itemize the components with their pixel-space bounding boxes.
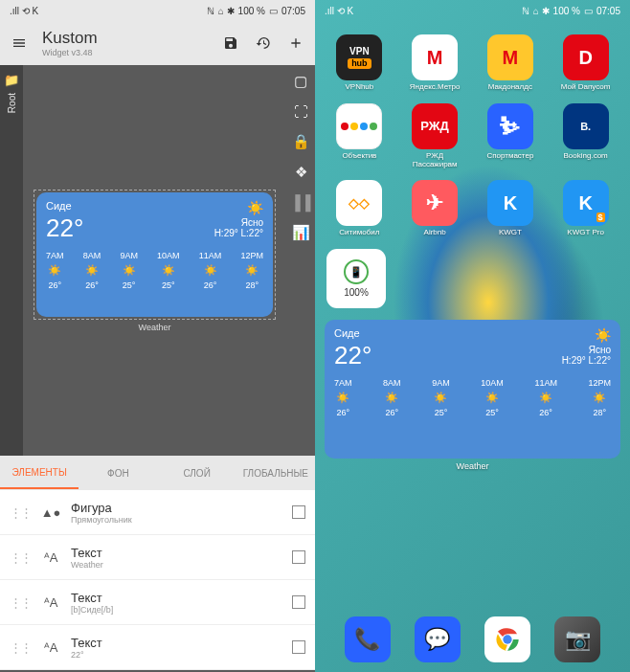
status-bar-home: .ıll ⟲ K ℕ ⌂ ✱ 100 % ▭ 07:05 [315, 0, 630, 21]
app-title: Kustom Widget v3.48 [42, 29, 208, 57]
hour-col: 11AM☀️26° [199, 251, 222, 290]
hour-col: 7AM☀️26° [46, 251, 64, 290]
checkbox[interactable] [292, 505, 305, 519]
dock: 📞💬📷 [315, 616, 630, 662]
tab-background[interactable]: ФОН [79, 459, 157, 488]
left-rail: 📁 Root [0, 65, 23, 456]
nfc-icon: ℕ [522, 6, 529, 16]
app-title-main: Kustom [42, 29, 208, 48]
pause-icon[interactable]: ▐▐ [290, 194, 310, 211]
element-type-icon: ᴬA [40, 640, 61, 655]
app-dany[interactable]: DМой Danycom [551, 34, 620, 92]
app-metro[interactable]: МЯндекс.Метро [400, 34, 470, 92]
weather-hours: 7AM☀️26°8AM☀️26°9AM☀️25°10AM☀️25°11AM☀️2… [334, 378, 611, 417]
hour-col: 9AM☀️25° [120, 251, 138, 290]
element-list: ⋮⋮ ▲● ФигураПрямоугольник ⋮⋮ ᴬA ТекстWea… [0, 490, 315, 670]
lock-icon[interactable]: 🔒 [292, 133, 310, 150]
add-icon[interactable] [286, 34, 305, 53]
app-sport[interactable]: ⛷Спортмастер [476, 103, 546, 169]
app-kwgtp[interactable]: K$KWGT Pro [551, 180, 620, 237]
dock-messages[interactable]: 💬 [415, 616, 461, 662]
canvas[interactable]: Сиде 22° ☀️ Ясно H:29° L:22° 7AM☀️26°8AM… [23, 65, 286, 456]
element-type-icon: ᴬA [40, 595, 61, 610]
dock-chrome[interactable] [484, 616, 530, 662]
tab-layer[interactable]: СЛОЙ [158, 459, 236, 488]
checkbox[interactable] [292, 550, 305, 564]
clock: 07:05 [281, 6, 305, 16]
weather-widget: Сиде 22° ☀️ Ясно H:29° L:22° 7AM☀️26°8AM… [36, 192, 273, 317]
drag-handle-icon[interactable]: ⋮⋮ [10, 640, 31, 655]
tabs: ЭЛЕМЕНТЫ ФОН СЛОЙ ГЛОБАЛЬНЫЕ [0, 456, 315, 490]
dock-camera[interactable]: 📷 [554, 616, 600, 662]
kustom-editor-screen: .ıll ⟲ K ℕ ⌂ ✱ 100 % ▭ 07:05 Kustom Widg… [0, 0, 315, 672]
home-screen: .ıll ⟲ K ℕ ⌂ ✱ 100 % ▭ 07:05 VPNhubVPNhu… [315, 0, 630, 672]
drag-handle-icon[interactable]: ⋮⋮ [10, 595, 31, 610]
app-rzd[interactable]: РЖДРЖД Пассажирам [400, 103, 470, 169]
square-icon[interactable]: ▢ [294, 73, 307, 90]
weather-hours: 7AM☀️26°8AM☀️26°9AM☀️25°10AM☀️25°11AM☀️2… [46, 251, 263, 290]
sun-icon: ☀️ [214, 200, 263, 215]
weather-location: Сиде [46, 200, 83, 212]
phone-icon: 📱 [344, 259, 369, 284]
history-icon[interactable] [254, 34, 273, 53]
layers-icon[interactable]: ❖ [295, 164, 307, 181]
status-right: ℕ ⌂ ✱ 100 % ▭ 07:05 [207, 6, 305, 16]
hour-col: 10AM☀️25° [157, 251, 180, 290]
chart-icon[interactable]: 📊 [292, 224, 310, 241]
app-siti[interactable]: ◇◇Ситимобил [325, 180, 394, 237]
app-obj[interactable]: Объектив [325, 103, 394, 169]
folder-icon[interactable]: 📁 [4, 73, 19, 87]
battery-widget[interactable]: 📱 100% [326, 249, 386, 308]
weather-condition: ☀️ Ясно H:29° L:22° [214, 200, 263, 238]
status-left: .ıll ⟲ K [10, 6, 38, 16]
app-title-sub: Widget v3.48 [42, 48, 208, 57]
element-row[interactable]: ⋮⋮ ▲● ФигураПрямоугольник [0, 490, 315, 535]
dock-phone[interactable]: 📞 [345, 616, 391, 662]
sun-icon: ☀️ [562, 327, 611, 343]
hour-col: 8AM☀️26° [383, 378, 401, 417]
app-grid: VPNhubVPNhubМЯндекс.МетроMМакдоналдсDМой… [315, 21, 630, 237]
weather-temp: 22° [46, 213, 83, 243]
tab-elements[interactable]: ЭЛЕМЕНТЫ [0, 458, 79, 489]
app-bnb[interactable]: ✈Airbnb [400, 180, 470, 237]
app-vpn[interactable]: VPNhubVPNhub [325, 34, 394, 92]
hour-col: 11AM☀️26° [534, 378, 557, 417]
hour-col: 7AM☀️26° [334, 378, 352, 417]
hour-col: 8AM☀️26° [83, 251, 101, 290]
hour-col: 10AM☀️25° [481, 378, 504, 417]
root-label[interactable]: Root [7, 93, 17, 113]
hour-col: 12PM☀️28° [240, 251, 263, 290]
fullscreen-icon[interactable]: ⛶ [294, 103, 308, 120]
app-bar: Kustom Widget v3.48 [0, 21, 315, 65]
save-icon[interactable] [221, 34, 240, 53]
drag-handle-icon[interactable]: ⋮⋮ [10, 550, 31, 565]
widget-label: Weather [34, 323, 276, 332]
status-bar: .ıll ⟲ K ℕ ⌂ ✱ 100 % ▭ 07:05 [0, 0, 315, 21]
app-book[interactable]: B.Booking.com [551, 103, 620, 169]
right-rail: ▢ ⛶ 🔒 ❖ ▐▐ 📊 [286, 65, 315, 456]
drag-handle-icon[interactable]: ⋮⋮ [10, 505, 31, 520]
bluetooth-icon: ⌂ ✱ [533, 6, 550, 16]
battery-pct: 100 % [238, 6, 265, 16]
element-row[interactable]: ⋮⋮ ᴬA Текст22° [0, 625, 315, 670]
element-type-icon: ▲● [40, 505, 61, 520]
home-weather-widget[interactable]: Сиде 22° ☀️ Ясно H:29° L:22° 7AM☀️26°8AM… [325, 320, 620, 471]
battery-pct-label: 100% [344, 287, 369, 298]
tab-globals[interactable]: ГЛОБАЛЬНЫЕ [236, 459, 315, 488]
element-type-icon: ᴬA [40, 550, 61, 565]
app-mcd[interactable]: MМакдоналдс [476, 34, 546, 92]
hour-col: 9AM☀️25° [432, 378, 450, 417]
nfc-icon: ℕ [207, 6, 214, 16]
hour-col: 12PM☀️28° [588, 378, 611, 417]
checkbox[interactable] [292, 595, 305, 609]
checkbox[interactable] [292, 640, 305, 654]
canvas-area: 📁 Root Сиде 22° ☀️ Ясно [0, 65, 315, 456]
element-row[interactable]: ⋮⋮ ᴬA Текст[b]Сиде[/b] [0, 580, 315, 625]
bluetooth-icon: ⌂ ✱ [218, 6, 235, 16]
battery-icon: ▭ [269, 6, 278, 16]
widget-frame[interactable]: Сиде 22° ☀️ Ясно H:29° L:22° 7AM☀️26°8AM… [34, 190, 276, 320]
app-kwgt[interactable]: KKWGT [476, 180, 546, 237]
svg-point-1 [503, 635, 511, 643]
menu-icon[interactable] [10, 34, 29, 53]
element-row[interactable]: ⋮⋮ ᴬA ТекстWeather [0, 535, 315, 580]
